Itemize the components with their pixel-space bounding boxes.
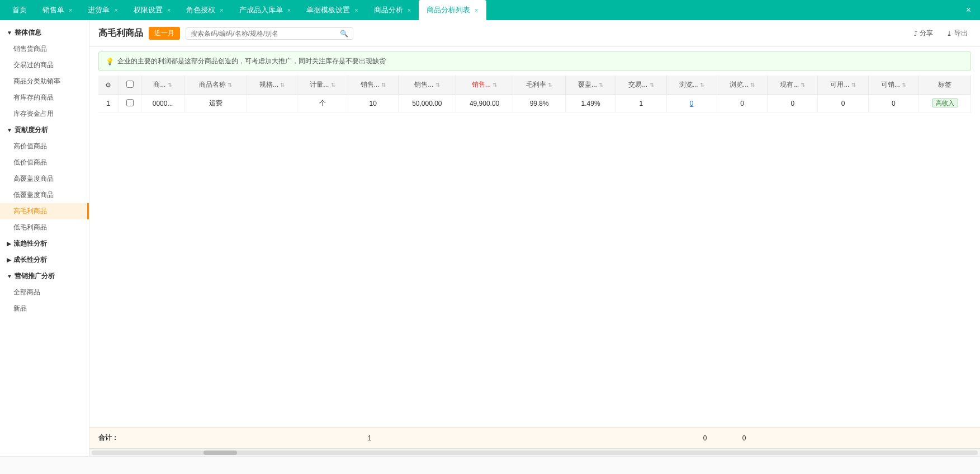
share-icon: ⤴ xyxy=(914,30,917,37)
nav-permission-close[interactable]: × xyxy=(167,7,171,13)
sidebar-item-low-value[interactable]: 低价值商品 xyxy=(0,154,89,171)
sidebar-item-low-margin[interactable]: 低毛利商品 xyxy=(0,219,89,236)
sidebar-item-low-coverage[interactable]: 低覆盖度商品 xyxy=(0,187,89,203)
td-current: 0 xyxy=(768,95,818,112)
nav-finished-goods[interactable]: 产成品入库单 × xyxy=(231,0,299,20)
td-unit: 个 xyxy=(297,95,348,112)
total-sales2 xyxy=(389,434,439,442)
arrow-right-icon-2: ▶ xyxy=(7,257,11,263)
th-sales1[interactable]: 销售... ⇅ xyxy=(348,76,398,95)
sidebar-item-in-stock[interactable]: 有库存的商品 xyxy=(0,90,89,106)
th-available[interactable]: 可用... ⇅ xyxy=(818,76,868,95)
horizontal-scrollbar[interactable] xyxy=(89,448,980,456)
content-header: 高毛利商品 近一月 🔍 ⤴ 分享 ⤓ 导出 xyxy=(89,20,980,47)
total-empty-11 xyxy=(764,434,803,442)
nav-home-label: 首页 xyxy=(12,5,27,15)
export-button[interactable]: ⤓ 导出 xyxy=(943,27,971,40)
th-transactions[interactable]: 交易... ⇅ xyxy=(616,76,666,95)
th-coverage[interactable]: 覆盖... ⇅ xyxy=(565,76,616,95)
scrollbar-track[interactable] xyxy=(92,450,978,455)
nav-template-label: 单据模板设置 xyxy=(306,5,350,15)
td-transactions: 1 xyxy=(616,95,666,112)
tag-badge: 高收入 xyxy=(932,98,958,107)
nav-home[interactable]: 首页 xyxy=(4,0,35,20)
nav-sales-label: 销售单 xyxy=(42,5,64,15)
nav-close-all[interactable]: × xyxy=(962,5,976,15)
search-box[interactable]: 🔍 xyxy=(186,27,353,40)
nav-analysis-list-close[interactable]: × xyxy=(475,7,478,13)
td-checkbox[interactable] xyxy=(119,95,141,112)
share-button[interactable]: ⤴ 分享 xyxy=(911,27,936,40)
th-tag[interactable]: 标签 xyxy=(919,76,971,95)
th-sales3[interactable]: 销售... ⇅ xyxy=(456,76,513,95)
th-spec[interactable]: 规格... ⇅ xyxy=(247,76,297,95)
sidebar-item-high-coverage[interactable]: 高覆盖度商品 xyxy=(0,171,89,187)
total-empty-8 xyxy=(529,434,568,442)
nav-analysis[interactable]: 商品分析 × xyxy=(366,0,419,20)
row-checkbox[interactable] xyxy=(126,99,134,106)
total-transactions xyxy=(568,434,607,442)
td-browse1[interactable]: 0 xyxy=(666,95,717,112)
search-input[interactable] xyxy=(191,30,338,37)
nav-analysis-close[interactable]: × xyxy=(408,7,411,13)
sidebar-item-traded-goods[interactable]: 交易过的商品 xyxy=(0,57,89,73)
total-sales3 xyxy=(439,434,490,442)
total-empty-4 xyxy=(205,434,272,442)
sidebar-item-stock-funds[interactable]: 库存资金占用 xyxy=(0,106,89,122)
td-browse2: 0 xyxy=(717,95,767,112)
nav-finished-goods-close[interactable]: × xyxy=(287,7,291,13)
scrollbar-thumb[interactable] xyxy=(203,450,237,455)
nav-permission[interactable]: 权限设置 × xyxy=(126,0,178,20)
th-settings[interactable]: ⚙ xyxy=(98,76,119,95)
table-container[interactable]: ⚙ 商... ⇅ 商品名称 ⇅ 规格... ⇅ 计量... ⇅ 销售... ⇅ … xyxy=(89,76,980,427)
td-coverage: 1.49% xyxy=(565,95,616,112)
search-icon[interactable]: 🔍 xyxy=(340,30,348,37)
th-sales2[interactable]: 销售... ⇅ xyxy=(398,76,456,95)
bottom-footer xyxy=(0,456,980,474)
sidebar-item-high-value[interactable]: 高价值商品 xyxy=(0,138,89,154)
sidebar-item-sold-goods[interactable]: 销售货商品 xyxy=(0,41,89,57)
sidebar-group-overall[interactable]: ▼ 整体信息 xyxy=(0,25,89,41)
sidebar-item-high-margin[interactable]: 高毛利商品 xyxy=(0,203,89,219)
nav-template-close[interactable]: × xyxy=(354,7,358,13)
th-browse2[interactable]: 浏览... ⇅ xyxy=(717,76,767,95)
browse1-link[interactable]: 0 xyxy=(690,100,694,107)
sidebar-group-trend[interactable]: ▶ 流趋性分析 xyxy=(0,236,89,252)
nav-sales-close[interactable]: × xyxy=(69,7,72,13)
select-all-checkbox[interactable] xyxy=(126,81,134,88)
export-icon: ⤓ xyxy=(946,30,952,37)
total-empty-5 xyxy=(272,434,316,442)
sidebar-group-growth[interactable]: ▶ 成长性分析 xyxy=(0,252,89,268)
sidebar-group-marketing[interactable]: ▼ 营销推广分析 xyxy=(0,268,89,284)
td-sales3: 49,900.00 xyxy=(456,95,513,112)
nav-analysis-list-label: 商品分析列表 xyxy=(427,5,470,15)
nav-analysis-list[interactable]: 商品分析列表 × xyxy=(419,0,486,20)
total-label: 合计： xyxy=(98,433,121,443)
nav-sales[interactable]: 销售单 × xyxy=(35,0,80,20)
info-text: 企业的主要的利润都是这部分商品创造的，可考虑加大推广，同时关注库存是不要出现缺货 xyxy=(117,57,386,66)
nav-role-close[interactable]: × xyxy=(220,7,223,13)
sidebar-group-contribution[interactable]: ▼ 贡献度分析 xyxy=(0,122,89,138)
th-current[interactable]: 现有... ⇅ xyxy=(768,76,818,95)
info-icon: 💡 xyxy=(106,58,114,65)
th-gross-rate[interactable]: 毛利率 ⇅ xyxy=(513,76,565,95)
filter-period-button[interactable]: 近一月 xyxy=(149,27,180,40)
th-checkbox[interactable] xyxy=(119,76,141,95)
th-sellable[interactable]: 可销... ⇅ xyxy=(868,76,919,95)
sidebar-item-all-goods[interactable]: 全部商品 xyxy=(0,284,89,301)
th-code[interactable]: 商... ⇅ xyxy=(141,76,184,95)
nav-purchase-close[interactable]: × xyxy=(114,7,117,13)
sidebar-item-new-goods[interactable]: 新品 xyxy=(0,301,89,317)
nav-purchase[interactable]: 进货单 × xyxy=(80,0,125,20)
th-browse1[interactable]: 浏览... ⇅ xyxy=(666,76,717,95)
sidebar-group-trend-label: 流趋性分析 xyxy=(13,239,47,248)
td-sales1: 10 xyxy=(348,95,398,112)
nav-template[interactable]: 单据模板设置 × xyxy=(299,0,366,20)
nav-role[interactable]: 角色授权 × xyxy=(178,0,231,20)
sidebar-item-category-assist[interactable]: 商品分类助销率 xyxy=(0,73,89,90)
th-unit[interactable]: 计量... ⇅ xyxy=(297,76,348,95)
nav-finished-goods-label: 产成品入库单 xyxy=(239,5,283,15)
th-name[interactable]: 商品名称 ⇅ xyxy=(184,76,247,95)
total-empty-2 xyxy=(143,434,160,442)
td-tag: 高收入 xyxy=(919,95,971,112)
